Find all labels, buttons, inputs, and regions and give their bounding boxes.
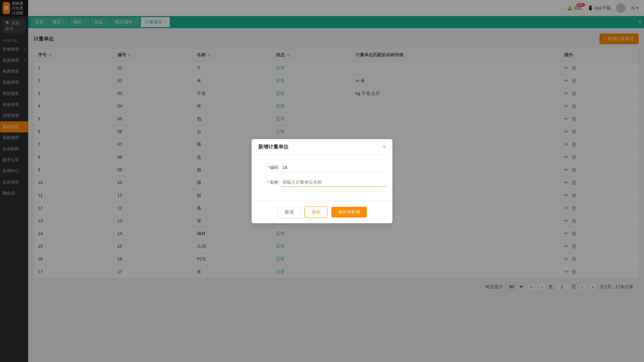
modal-close-button[interactable]: × bbox=[383, 144, 386, 149]
save-and-new-button[interactable]: 保存并新增 bbox=[331, 207, 367, 218]
code-label: *编码 bbox=[258, 165, 278, 171]
add-unit-modal: 新增计量单位 × *编码 *名称 取消 保存 保存并新增 bbox=[252, 139, 392, 223]
modal-footer: 取消 保存 保存并新增 bbox=[252, 201, 392, 223]
modal-title: 新增计量单位 bbox=[258, 144, 288, 150]
modal-header: 新增计量单位 × bbox=[252, 139, 392, 155]
code-input[interactable] bbox=[281, 163, 386, 172]
modal-overlay[interactable]: 新增计量单位 × *编码 *名称 取消 保存 保存并新增 bbox=[0, 0, 644, 362]
code-form-row: *编码 bbox=[258, 163, 386, 172]
modal-body: *编码 *名称 bbox=[252, 155, 392, 201]
cancel-button[interactable]: 取消 bbox=[278, 206, 301, 218]
name-input[interactable] bbox=[281, 178, 386, 187]
name-form-row: *名称 bbox=[258, 178, 386, 187]
save-button[interactable]: 保存 bbox=[305, 206, 327, 218]
name-label: *名称 bbox=[258, 179, 278, 185]
